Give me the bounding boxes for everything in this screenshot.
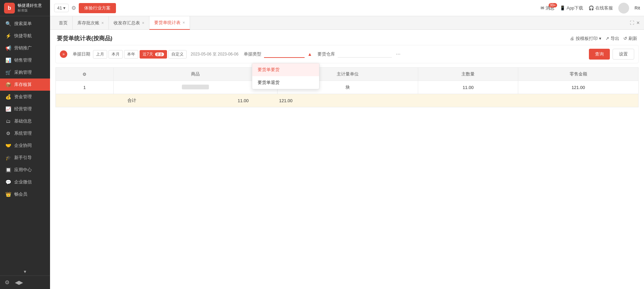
tab-close-request-summary[interactable]: × (183, 20, 185, 25)
topbar: 41 ▾ ⚙ 体验行业方案 ✉ 消息 99+ 📱 App下载 🎧 在线客服 Ri… (50, 0, 644, 16)
page-content: 要货单统计表(按商品) 🖨 按模板打印 ▾ ↗ 导出 ↺ 刷新 » (50, 30, 644, 289)
setting-btn[interactable]: 设置 (613, 49, 634, 60)
date-btn-last-month[interactable]: 上月 (93, 50, 107, 59)
sidebar-item-marketing[interactable]: 📢 营销推广 (0, 42, 50, 54)
warehouse-label: 要货仓库 (317, 51, 335, 57)
tabs-controls: ⛶ ✕ (630, 20, 640, 25)
footer-total-label: 合计 (127, 97, 136, 104)
more-options-icon[interactable]: ··· (396, 51, 400, 57)
tab-close-inventory-batch[interactable]: × (101, 21, 104, 25)
date-btn-7days[interactable]: 近7天 更多 (140, 50, 167, 59)
sidebar-item-system[interactable]: ⚙ 系统管理 (0, 127, 50, 139)
sidebar-item-finance[interactable]: 💰 资金管理 (0, 91, 50, 103)
filter-expand-btn[interactable]: » (60, 50, 67, 58)
filter-area: » 单据日期 上月 本月 本年 近7天 更多 自定义 2023-05-06 至 … (55, 45, 639, 63)
headset-icon: 🎧 (589, 5, 594, 10)
basics-icon: 🗂 (5, 118, 11, 124)
system-icon: ⚙ (5, 131, 11, 136)
selector-chevron-icon: ▾ (63, 5, 66, 10)
user-name: Rit (635, 5, 640, 10)
topbar-left: 41 ▾ ⚙ 体验行业方案 (54, 3, 538, 13)
more-badge: 更多 (155, 52, 164, 56)
company-selector[interactable]: 41 ▾ (54, 4, 69, 12)
sidebar-item-operations[interactable]: 📈 经营管理 (0, 103, 50, 115)
tab-inventory-batch[interactable]: 库存批次账 × (73, 16, 109, 30)
user-avatar[interactable] (618, 3, 629, 14)
topbar-gear-icon[interactable]: ⚙ (71, 5, 76, 11)
dropdown-item-request[interactable]: 要货单要货 (252, 63, 319, 76)
row-amount: 121.00 (518, 81, 639, 94)
lightning-icon: ⚡ (5, 33, 11, 39)
print-btn[interactable]: 🖨 按模板打印 ▾ (570, 36, 601, 42)
type-dropdown: 要货单要货 要货单退货 (252, 63, 319, 89)
wechat-icon: 💬 (5, 179, 11, 185)
tab-home[interactable]: 首页 (54, 16, 73, 30)
appstore-icon: 🔲 (5, 167, 11, 173)
tabs-bar: 首页 库存批次账 × 收发存汇总表 × 要货单统计表 × ⛶ ✕ (50, 16, 644, 30)
tab-close-receive-summary[interactable]: × (142, 21, 144, 25)
logo-icon: b (4, 3, 15, 14)
sidebar-item-appstore[interactable]: 🔲 应用中心 (0, 164, 50, 176)
tab-fullscreen-icon[interactable]: ⛶ (630, 20, 634, 25)
table-area: ⚙ 商品 主计量单位 主数量 零售金额 1 块 11.00 (55, 67, 639, 94)
sidebar-item-guide[interactable]: 🎓 新手引导 (0, 152, 50, 164)
marketing-icon: 📢 (5, 45, 11, 51)
query-btn[interactable]: 查询 (589, 49, 610, 60)
sidebar-item-wechat[interactable]: 💬 企业微信 (0, 176, 50, 188)
logo-text: 畅捷通好生意 标准版 (18, 3, 42, 13)
sidebar-item-purchase[interactable]: 🛒 采购管理 (0, 66, 50, 79)
sidebar-item-sales[interactable]: 📊 销售管理 (0, 54, 50, 66)
message-icon: ✉ (541, 5, 544, 10)
search-icon: 🔍 (5, 21, 11, 26)
page-actions: 🖨 按模板打印 ▾ ↗ 导出 ↺ 刷新 (570, 36, 637, 42)
sidebar-item-enterprise[interactable]: 🤝 企业协同 (0, 139, 50, 152)
table-header-row: ⚙ 商品 主计量单位 主数量 零售金额 (56, 68, 639, 81)
sidebar-item-member[interactable]: 👑 畅会员 (0, 188, 50, 200)
type-label: 单据类型 (244, 51, 261, 57)
purchase-icon: 🛒 (5, 70, 11, 75)
column-qty: 主数量 (418, 68, 518, 81)
page-title: 要货单统计表(按商品) (57, 35, 112, 42)
message-btn[interactable]: ✉ 消息 99+ (541, 5, 554, 11)
sidebar-item-search[interactable]: 🔍 搜索菜单 (0, 18, 50, 30)
dropdown-item-return[interactable]: 要货单退货 (252, 76, 319, 89)
scroll-down-btn[interactable]: ▼ (0, 268, 50, 275)
refresh-btn[interactable]: ↺ 刷新 (623, 36, 637, 42)
trial-btn[interactable]: 体验行业方案 (79, 3, 116, 13)
column-gear[interactable]: ⚙ (56, 68, 114, 81)
date-btn-this-month[interactable]: 本月 (109, 50, 123, 59)
settings-icon[interactable]: ⚙ (5, 279, 9, 286)
product-placeholder (182, 85, 209, 89)
warehouse-filter-group: 要货仓库 ··· (317, 51, 400, 58)
tab-receive-summary[interactable]: 收发存汇总表 × (109, 16, 149, 30)
enterprise-icon: 🤝 (5, 143, 11, 148)
finance-icon: 💰 (5, 94, 11, 99)
row-qty: 11.00 (418, 81, 518, 94)
footer-total-qty: 11.00 (238, 98, 249, 103)
export-icon: ↗ (605, 36, 609, 41)
date-range-display: 2023-05-06 至 2023-06-06 (191, 51, 238, 57)
sidebar-nav: 🔍 搜索菜单 ⚡ 快捷导航 📢 营销推广 📊 销售管理 🛒 采购管理 📦 库存核… (0, 16, 50, 268)
date-btn-this-year[interactable]: 本年 (124, 50, 138, 59)
main-area: 41 ▾ ⚙ 体验行业方案 ✉ 消息 99+ 📱 App下载 🎧 在线客服 Ri… (50, 0, 644, 289)
export-btn[interactable]: ↗ 导出 (605, 36, 619, 42)
app-download-btn[interactable]: 📱 App下载 (560, 5, 583, 11)
date-btn-custom[interactable]: 自定义 (168, 50, 187, 59)
footer-total-amount: 121.00 (279, 98, 293, 103)
refresh-icon: ↺ (623, 36, 627, 41)
warehouse-input[interactable] (338, 51, 392, 58)
collapse-icon[interactable]: ◀▶ (15, 279, 23, 286)
filter-buttons: 查询 设置 (589, 49, 634, 60)
type-chevron-up-icon[interactable]: ▲ (307, 51, 312, 57)
tab-close-all-icon[interactable]: ✕ (636, 20, 640, 25)
sidebar: b 畅捷通好生意 标准版 🔍 搜索菜单 ⚡ 快捷导航 📢 营销推广 📊 销售管理… (0, 0, 50, 289)
date-filter-group: 单据日期 上月 本月 本年 近7天 更多 自定义 2023-05-06 至 20… (73, 50, 238, 59)
tab-request-summary[interactable]: 要货单统计表 × (149, 16, 190, 30)
sidebar-item-basics[interactable]: 🗂 基础信息 (0, 115, 50, 127)
sidebar-item-quick-nav[interactable]: ⚡ 快捷导航 (0, 30, 50, 42)
sidebar-item-inventory[interactable]: 📦 库存核算 (0, 79, 50, 91)
online-service-btn[interactable]: 🎧 在线客服 (589, 5, 613, 11)
type-input[interactable] (264, 51, 305, 58)
download-icon: 📱 (560, 5, 565, 10)
message-badge: 99+ (549, 3, 557, 7)
